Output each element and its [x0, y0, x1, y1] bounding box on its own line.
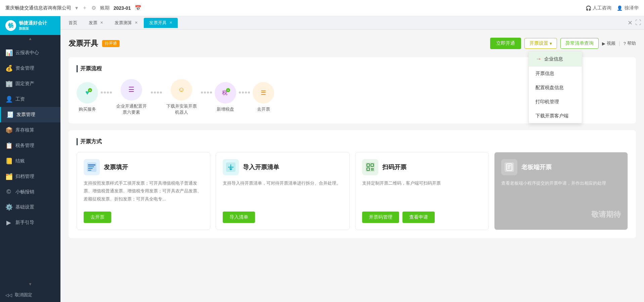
svg-rect-25: [373, 168, 374, 169]
svg-rect-15: [88, 164, 95, 165]
method-section-title: 开票方式: [77, 138, 628, 145]
sidebar-item-fixed-assets[interactable]: 🏢 固定资产: [0, 76, 60, 91]
maximize-icon[interactable]: ⛶: [635, 19, 641, 27]
sidebar-item-invoice[interactable]: 🧾 发票管理: [0, 107, 60, 122]
user-avatar-icon: 👤: [617, 5, 622, 11]
boss-invoice-title: 老板端开票: [521, 163, 552, 171]
settings-icon[interactable]: ⚙: [91, 5, 96, 11]
user-info[interactable]: 👤 徐泽华: [617, 5, 639, 11]
invoice-icon: 🧾: [6, 111, 13, 118]
boss-invoice-icon: [501, 159, 517, 175]
sidebar-label-salary: 工资: [15, 96, 25, 102]
sidebar-label-fixed-assets: 固定资产: [15, 81, 34, 87]
svg-text:☺: ☺: [178, 86, 185, 93]
scan-code-buttons: 开票码管理 查看申请: [362, 212, 482, 223]
scroll-down[interactable]: ▼: [0, 280, 60, 288]
tab-invoice[interactable]: 发票 ✕: [83, 18, 109, 28]
tab-home[interactable]: 首页: [63, 18, 83, 28]
sidebar-label-archive: 归档管理: [15, 174, 34, 180]
close-window-icon[interactable]: ✕: [628, 19, 633, 27]
guide-icon: ▶: [5, 219, 12, 226]
flow-step-label-config: 企业开通配置开票六要素: [115, 103, 148, 115]
svg-text:+: +: [227, 88, 229, 92]
sidebar-label-guide: 新手引导: [15, 220, 34, 226]
logo-title: 畅捷通好会计: [19, 20, 47, 26]
method-card-scan-code: 扫码开票 支持定制开票二维码，客户端可扫码开票 开票码管理 查看申请: [355, 152, 489, 230]
settings-button[interactable]: 开票设置 ▾: [524, 38, 557, 49]
method-cards: 发票填开 支持按照发票样式手工填开发票；可开具增值税电子普通发票、增值税普通发票…: [77, 152, 628, 230]
svg-rect-16: [88, 166, 94, 167]
sidebar-item-fund[interactable]: 💰 资金管理: [0, 61, 60, 76]
sidebar-item-cloud-report[interactable]: 📊 云报表中心: [0, 45, 60, 61]
add-icon[interactable]: ＋: [82, 4, 87, 11]
manual-fill-desc: 支持按照发票样式手工填开发票；可开具增值税电子普通发票、增值税普通发票、增值税专…: [84, 179, 203, 206]
svg-rect-27: [373, 169, 374, 171]
help-button[interactable]: ? 帮助: [624, 40, 636, 46]
manual-fill-button[interactable]: 去开票: [84, 212, 111, 223]
top-bar-right: 🎧 人工咨询 👤 徐泽华: [586, 5, 639, 11]
logo-icon: 畅: [5, 20, 16, 31]
support-btn[interactable]: 🎧 人工咨询: [586, 5, 611, 11]
company-name[interactable]: 重庆畅捷交通信息咨询有限公司: [5, 5, 71, 11]
method-card-import-list: 导入开票清单 支持导入待开票清单，可对待开票清单进行拆分、合并处理。 导入清单: [216, 152, 349, 230]
calendar-icon[interactable]: 📅: [135, 5, 141, 11]
manual-fill-title: 发票填开: [104, 163, 128, 171]
sidebar-item-archive[interactable]: 🗂️ 归档管理: [0, 169, 60, 184]
top-bar: 重庆畅捷交通信息咨询有限公司 ▾ ＋ ⚙ 账期 2023-01 📅 🎧 人工咨询…: [0, 0, 644, 16]
scan-code-manage-button[interactable]: 开票码管理: [362, 212, 399, 223]
close-invoice-calc-tab[interactable]: ✕: [135, 21, 138, 25]
import-list-icon: [223, 159, 239, 175]
headset-icon: 🎧: [586, 5, 591, 11]
method-card-header-import: 导入开票清单: [223, 159, 342, 175]
method-section: 开票方式: [69, 130, 636, 238]
import-list-button[interactable]: 导入清单: [223, 212, 255, 223]
sidebar-item-salary[interactable]: 👤 工资: [0, 91, 60, 107]
flow-step-label-go-invoice: 去开票: [257, 106, 270, 112]
sidebar-logo: 畅 畅捷通好会计 旗舰版: [0, 16, 60, 35]
page-header: 发票开具 待开通 立即开通 开票设置 ▾ 异常清单查询 ▶ 视频 |: [69, 38, 636, 49]
scan-code-apply-button[interactable]: 查看申请: [402, 212, 435, 223]
dropdown-item-company-info[interactable]: → 企业信息: [529, 51, 582, 67]
dropdown-icon[interactable]: ▾: [75, 5, 78, 11]
tab-invoice-calc[interactable]: 发票测算 ✕: [109, 18, 143, 28]
activate-button[interactable]: 立即开通: [490, 38, 521, 49]
content-area: 首页 发票 ✕ 发票测算 ✕ 发票开具 ✕ ✕ ⛶: [60, 16, 644, 302]
sidebar-item-guide[interactable]: ▶ 新手引导: [0, 215, 60, 230]
method-card-boss-invoice: 老板端开票 查看老板端小程序提交的开票申请，并作出相应的处理 敬请期待: [494, 152, 628, 230]
dropdown-item-invoice-info[interactable]: 开票信息: [529, 67, 582, 81]
chevron-down-icon: ▾: [550, 41, 552, 46]
unpin-button[interactable]: ◁◁ 取消固定: [0, 288, 60, 302]
sidebar-item-xiao-report[interactable]: © 小畅报销: [0, 184, 60, 199]
scroll-up[interactable]: ▲: [0, 35, 60, 42]
page-header-actions: 立即开通 开票设置 ▾ 异常清单查询 ▶ 视频 | ? 帮助: [490, 38, 636, 49]
svg-rect-24: [371, 168, 372, 169]
manual-fill-icon: [84, 159, 100, 175]
accounting-icon: 📒: [5, 157, 12, 165]
settings-dropdown: → 企业信息 开票信息 配置税盘信息 打印机管理 下: [528, 51, 582, 123]
sidebar-item-settings[interactable]: ⚙️ 基础设置: [0, 199, 60, 215]
xiao-report-icon: ©: [5, 188, 12, 195]
sidebar-item-tax[interactable]: 📋 税务管理: [0, 138, 60, 153]
svg-rect-18: [88, 170, 91, 171]
sidebar-label-cloud-report: 云报表中心: [15, 50, 39, 56]
sidebar-item-inventory[interactable]: 📦 库存核算: [0, 122, 60, 138]
abnormal-button[interactable]: 异常清单查询: [560, 38, 599, 49]
tab-invoice-issue[interactable]: 发票开具 ✕: [144, 18, 178, 28]
svg-rect-26: [371, 169, 372, 171]
method-card-header-manual: 发票填开: [84, 159, 203, 175]
svg-rect-30: [508, 165, 511, 166]
sidebar: 畅 畅捷通好会计 旗舰版 ▲ 📊 云报表中心 💰 资金管理 🏢 固定资产 👤: [0, 16, 60, 302]
close-invoice-tab[interactable]: ✕: [100, 21, 103, 25]
svg-text:☰: ☰: [128, 86, 134, 93]
flow-step-label-buy-service: 购买服务: [79, 106, 96, 112]
sidebar-item-accounting[interactable]: 📒 结账: [0, 153, 60, 169]
tab-bar-right: ✕ ⛶: [628, 19, 641, 27]
dropdown-item-printer[interactable]: 打印机管理: [529, 95, 582, 109]
logo-sub: 旗舰版: [19, 26, 47, 31]
close-invoice-issue-tab[interactable]: ✕: [169, 21, 172, 25]
dropdown-item-download-client[interactable]: 下载开票客户端: [529, 109, 582, 123]
dropdown-item-tax-config[interactable]: 配置税盘信息: [529, 81, 582, 95]
page-title-group: 发票开具 待开通: [69, 38, 120, 48]
video-button[interactable]: ▶ 视频: [602, 40, 615, 46]
import-list-title: 导入开票清单: [243, 163, 279, 171]
